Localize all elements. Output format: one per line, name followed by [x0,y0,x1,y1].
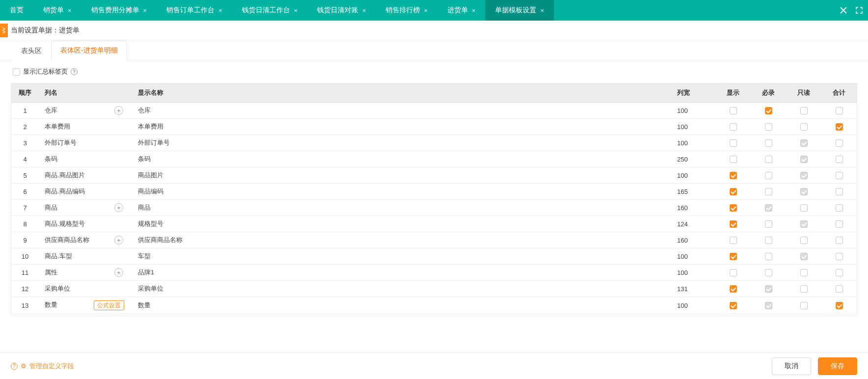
tab-close-icon[interactable]: × [68,7,72,14]
total-checkbox[interactable] [836,188,843,195]
cell-width[interactable]: 100 [671,265,715,281]
cell-width[interactable]: 131 [671,281,715,297]
manage-custom-fields-link[interactable]: ? ⚙ 管理自定义字段 [11,362,74,371]
expand-sidebar-button[interactable] [0,24,8,37]
required-checkbox[interactable] [765,172,772,179]
tab-close-icon[interactable]: × [362,7,366,14]
show-checkbox[interactable] [730,253,737,260]
tab-close-icon[interactable]: × [218,7,222,14]
total-checkbox[interactable] [836,269,843,276]
show-checkbox[interactable] [730,107,737,114]
required-checkbox[interactable] [765,123,772,131]
tab-close-icon[interactable]: × [143,7,147,14]
show-checkbox[interactable] [730,237,737,244]
cell-width[interactable]: 100 [671,248,715,265]
cell-width[interactable]: 160 [671,232,715,248]
total-checkbox[interactable] [836,107,843,114]
cell-width[interactable]: 100 [671,167,715,184]
readonly-checkbox[interactable] [800,237,808,244]
required-checkbox[interactable] [765,269,772,276]
cell-display-name[interactable]: 数量 [132,297,671,314]
add-column-icon[interactable]: + [114,236,123,244]
total-checkbox[interactable] [836,204,843,212]
cancel-button[interactable]: 取消 [772,357,811,375]
cell-display-name[interactable]: 品牌1 [132,265,671,281]
cell-display-name[interactable]: 商品编码 [132,184,671,200]
readonly-checkbox[interactable] [800,204,808,212]
cell-width[interactable]: 100 [671,103,715,119]
cell-width[interactable]: 100 [671,119,715,135]
cell-display-name[interactable]: 本单费用 [132,119,671,135]
show-checkbox[interactable] [730,188,737,195]
total-checkbox[interactable] [836,237,843,244]
required-checkbox[interactable] [765,139,772,147]
cell-display-name[interactable]: 商品 [132,200,671,216]
required-checkbox[interactable] [765,188,772,195]
summary-help-icon[interactable]: ? [71,68,78,75]
cell-display-name[interactable]: 采购单位 [132,281,671,297]
cell-width[interactable]: 100 [671,135,715,151]
total-checkbox[interactable] [836,156,843,163]
show-checkbox[interactable] [730,220,737,228]
close-all-tabs-icon[interactable] [840,6,847,14]
required-checkbox[interactable] [765,107,772,114]
readonly-checkbox[interactable] [800,302,808,309]
fullscreen-icon[interactable] [855,6,863,14]
add-column-icon[interactable]: + [114,268,123,277]
cell-display-name[interactable]: 外部订单号 [132,135,671,151]
save-button[interactable]: 保存 [818,357,857,375]
formula-settings-button[interactable]: 公式设置 [94,300,124,310]
top-tab[interactable]: 钱货日清对账× [307,0,376,21]
readonly-checkbox[interactable] [800,107,808,114]
show-checkbox[interactable] [730,302,737,309]
total-checkbox[interactable] [836,172,843,179]
show-checkbox[interactable] [730,285,737,293]
add-column-icon[interactable]: + [114,106,123,115]
table-scroll[interactable]: 顺序 列名 显示名称 列宽 显示 必录 只读 合计 1仓库+仓库1002本单费用… [11,83,857,316]
cell-width[interactable]: 100 [671,297,715,314]
tab-close-icon[interactable]: × [424,7,428,14]
top-tab[interactable]: 销售费用分摊单× [81,0,157,21]
required-checkbox[interactable] [765,253,772,260]
cell-width[interactable]: 100 [671,314,715,316]
cell-display-name[interactable]: 商品图片 [132,167,671,184]
show-checkbox[interactable] [730,123,737,131]
top-tab[interactable]: 首页 [0,0,33,21]
cell-width[interactable]: 160 [671,200,715,216]
show-checkbox[interactable] [730,156,737,163]
tab-close-icon[interactable]: × [294,7,298,14]
cell-display-name[interactable]: 车型 [132,248,671,265]
total-checkbox[interactable] [836,220,843,228]
show-checkbox[interactable] [730,172,737,179]
top-tab[interactable]: 销货单× [33,0,81,21]
cell-display-name[interactable]: 规格型号 [132,216,671,232]
show-checkbox[interactable] [730,269,737,276]
section-tab[interactable]: 表体区-进货单明细 [51,41,127,60]
top-tab[interactable]: 单据模板设置× [485,0,554,21]
tab-close-icon[interactable]: × [540,7,544,14]
readonly-checkbox[interactable] [800,269,808,276]
cell-display-name[interactable]: 包装数量 [132,314,671,316]
cell-width[interactable]: 165 [671,184,715,200]
cell-display-name[interactable]: 供应商商品名称 [132,232,671,248]
top-tab[interactable]: 进货单× [438,0,486,21]
cell-width[interactable]: 250 [671,151,715,167]
total-checkbox[interactable] [836,253,843,260]
total-checkbox[interactable] [836,139,843,147]
show-summary-checkbox[interactable] [13,68,20,76]
show-checkbox[interactable] [730,139,737,147]
cell-display-name[interactable]: 条码 [132,151,671,167]
top-tab[interactable]: 钱货日清工作台× [232,0,308,21]
required-checkbox[interactable] [765,237,772,244]
tab-close-icon[interactable]: × [472,7,476,14]
total-checkbox[interactable] [836,123,843,131]
add-column-icon[interactable]: + [114,203,123,212]
show-checkbox[interactable] [730,204,737,212]
total-checkbox[interactable] [836,285,843,293]
required-checkbox[interactable] [765,220,772,228]
section-tab[interactable]: 表头区 [12,41,51,60]
readonly-checkbox[interactable] [800,285,808,293]
cell-width[interactable]: 124 [671,216,715,232]
total-checkbox[interactable] [836,302,843,309]
top-tab[interactable]: 销售订单工作台× [157,0,232,21]
